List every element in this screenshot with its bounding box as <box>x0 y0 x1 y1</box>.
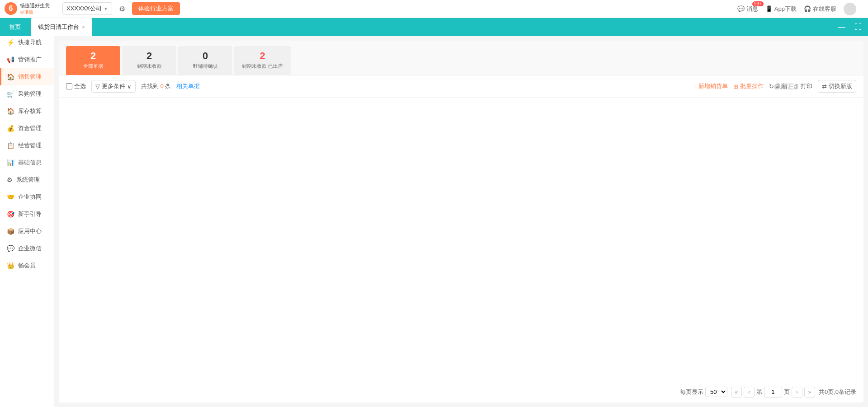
logo-char: 6 <box>9 5 13 13</box>
stat-tab-all[interactable]: 2 全部单据 <box>66 46 120 75</box>
toolbar-left: 全选 ▽ 更多条件 ∨ 共找到 0 条 相关单据 <box>66 80 688 93</box>
sidebar-item-inventory[interactable]: 🏠 库存核算 <box>0 103 54 120</box>
sidebar-item-purchase[interactable]: 🛒 采购管理 <box>0 85 54 103</box>
sidebar: ☰ 搜索菜单 ⚡ 快捷导航 📢 营销推广 🏠 销售管理 🛒 采购管理 🏠 库存核… <box>0 18 54 407</box>
filter-icon: ▽ <box>95 83 100 90</box>
chevron-down-icon: ▼ <box>104 6 108 11</box>
stat-num-overdue-out: 2 <box>242 50 283 62</box>
avatar[interactable] <box>844 3 856 15</box>
sidebar-item-quick-nav[interactable]: ⚡ 快捷导航 <box>0 34 54 51</box>
sidebar-item-wecom[interactable]: 💬 企业微信 <box>0 240 54 257</box>
tab-workbench[interactable]: 钱货日清工作台 × <box>31 18 92 36</box>
stats-tabs: 2 全部单据 2 到期未收款 0 旺铺待确认 2 到期未收款 已出库 <box>59 41 863 75</box>
sidebar-item-basic-info[interactable]: 📊 基础信息 <box>0 154 54 171</box>
stat-label-overdue: 到期未收款 <box>130 63 169 70</box>
sidebar-label-system: 系统管理 <box>16 176 40 184</box>
prev-page-button[interactable]: ‹ <box>744 387 755 398</box>
online-service-button[interactable]: 🎧 在线客服 <box>804 5 836 13</box>
first-page-button[interactable]: « <box>731 387 742 398</box>
online-service-label: 在线客服 <box>813 5 836 13</box>
sidebar-label-marketing: 营销推广 <box>18 56 42 64</box>
refresh-label: 刷新 <box>776 82 788 90</box>
sidebar-label-purchase: 采购管理 <box>18 90 42 98</box>
finance-icon: 💰 <box>7 125 14 132</box>
sidebar-item-guide[interactable]: 🎯 新手引导 <box>0 206 54 223</box>
table-area <box>59 98 863 381</box>
page-number-input[interactable] <box>764 387 782 398</box>
filter-label: 更多条件 <box>102 82 125 90</box>
page-nav: « ‹ 第 页 › » <box>731 387 815 398</box>
stat-num-all: 2 <box>74 50 113 62</box>
switch-label: 切换新版 <box>829 82 852 90</box>
select-all-checkbox[interactable]: 全选 <box>66 82 86 90</box>
download-icon: 📱 <box>765 5 773 12</box>
tab-bar-right: — ⛶ <box>835 21 868 33</box>
filter-chevron-icon: ∨ <box>127 83 132 90</box>
print-button[interactable]: 🖨 打印 <box>793 82 812 90</box>
per-page-label: 每页显示 <box>680 388 703 396</box>
wecom-icon: 💬 <box>7 245 14 252</box>
tab-close-icon[interactable]: × <box>82 24 85 30</box>
sidebar-label-sales: 销售管理 <box>18 73 42 81</box>
sidebar-item-enterprise[interactable]: 🤝 企业协同 <box>0 188 54 206</box>
stat-num-overdue: 2 <box>130 50 169 62</box>
found-prefix: 共找到 <box>141 83 159 89</box>
sidebar-item-finance[interactable]: 💰 资金管理 <box>0 120 54 137</box>
print-icon: 🖨 <box>793 83 799 90</box>
tab-minimize-button[interactable]: — <box>835 21 848 33</box>
guide-icon: 🎯 <box>7 211 14 218</box>
sidebar-label-guide: 新手引导 <box>18 210 42 218</box>
top-header: 6 畅捷通好生意 标准版 XXXXXX公司 ▼ ⚙ 体验行业方案 💬 消息 99… <box>0 0 868 18</box>
filter-button[interactable]: ▽ 更多条件 ∨ <box>91 80 136 93</box>
message-button[interactable]: 💬 消息 99+ <box>737 5 758 13</box>
pagination: 每页显示 50 « ‹ 第 页 › » 共0页,0条记录 <box>59 381 863 402</box>
sidebar-label-member: 畅会员 <box>18 262 36 270</box>
switch-version-button[interactable]: ⇄ 切换新版 <box>818 80 856 93</box>
sidebar-item-app-center[interactable]: 📦 应用中心 <box>0 223 54 240</box>
per-page-select[interactable]: 50 <box>705 387 727 397</box>
stat-tab-overdue-out[interactable]: 2 到期未收款 已出库 <box>234 46 291 75</box>
checkbox-input[interactable] <box>66 83 72 89</box>
stat-tab-overdue[interactable]: 2 到期未收款 <box>122 46 176 75</box>
page-size-selector: 每页显示 50 <box>680 387 727 397</box>
operation-icon: 📋 <box>7 142 14 149</box>
refresh-button[interactable]: ↻ 刷新 <box>769 82 788 90</box>
logo-text-area: 畅捷通好生意 标准版 <box>20 2 50 15</box>
app-name: 畅捷通好生意 <box>20 2 50 9</box>
stat-tab-pending[interactable]: 0 旺铺待确认 <box>178 46 232 75</box>
main-content: 2 全部单据 2 到期未收款 0 旺铺待确认 2 到期未收款 已出库 全选 <box>54 36 868 407</box>
sidebar-item-marketing[interactable]: 📢 营销推广 <box>0 51 54 68</box>
settings-button[interactable]: ⚙ <box>116 2 128 15</box>
stat-label-pending: 旺铺待确认 <box>186 63 225 70</box>
switch-icon: ⇄ <box>822 83 827 90</box>
company-selector[interactable]: XXXXXX公司 ▼ <box>62 2 112 15</box>
batch-operation-button[interactable]: ⊞ 批量操作 <box>733 82 764 90</box>
sidebar-item-member[interactable]: 👑 畅会员 <box>0 257 54 274</box>
sidebar-item-system[interactable]: ⚙ 系统管理 <box>0 171 54 188</box>
last-page-button[interactable]: » <box>804 387 815 398</box>
related-link[interactable]: 相关单据 <box>176 82 200 90</box>
basic-info-icon: 📊 <box>7 159 14 166</box>
sidebar-item-sales[interactable]: 🏠 销售管理 <box>0 68 54 85</box>
header-right: 💬 消息 99+ 📱 App下载 🎧 在线客服 <box>737 3 863 15</box>
service-icon: 🎧 <box>804 5 811 12</box>
quick-nav-icon: ⚡ <box>7 39 14 46</box>
message-icon: 💬 <box>737 5 745 12</box>
sidebar-item-operation[interactable]: 📋 经营管理 <box>0 137 54 154</box>
sidebar-label-quick-nav: 快捷导航 <box>18 38 42 47</box>
found-text: 共找到 0 条 <box>141 82 171 90</box>
add-sale-button[interactable]: + 新增销货单 <box>693 82 728 90</box>
stat-num-pending: 0 <box>186 50 225 62</box>
message-badge: 99+ <box>752 1 764 6</box>
tab-home[interactable]: 首页 <box>0 18 30 36</box>
batch-icon: ⊞ <box>733 83 738 90</box>
tab-expand-button[interactable]: ⛶ <box>852 21 864 33</box>
next-page-button[interactable]: › <box>792 387 802 398</box>
experience-btn[interactable]: 体验行业方案 <box>132 2 180 15</box>
tab-label: 钱货日清工作台 <box>38 23 79 31</box>
app-download-button[interactable]: 📱 App下载 <box>765 5 797 13</box>
logo-icon: 6 <box>5 2 17 15</box>
toolbar-right: + 新增销货单 ⊞ 批量操作 ↻ 刷新 🖨 打印 ⇄ 切换新版 <box>693 80 856 93</box>
found-count: 0 <box>160 83 164 89</box>
sidebar-label-wecom: 企业微信 <box>18 244 42 253</box>
